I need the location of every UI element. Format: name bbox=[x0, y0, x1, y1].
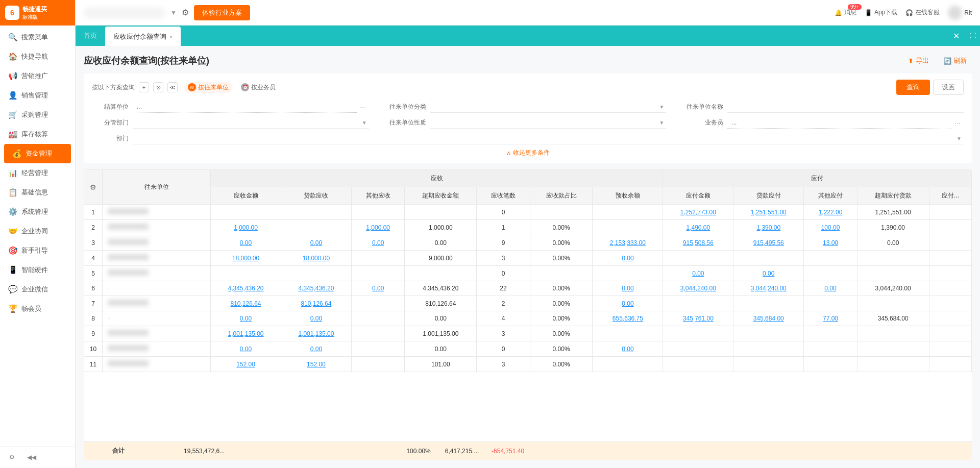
partner-name-input[interactable] bbox=[727, 101, 964, 113]
search-menu-icon: 🔍 bbox=[8, 33, 17, 42]
scheme-salesperson[interactable]: ⏰ 按业务员 bbox=[237, 82, 280, 93]
settlement-dots[interactable]: ··· bbox=[357, 103, 369, 111]
department-select[interactable] bbox=[133, 133, 964, 144]
th-partner: 往来单位 bbox=[103, 170, 211, 205]
sidebar-item-finance-label: 资金管理 bbox=[26, 149, 52, 158]
sidebar-item-finance[interactable]: 💰 资金管理 bbox=[4, 144, 71, 163]
basic-icon: 📋 bbox=[8, 188, 17, 197]
cell-receivable-ratio: 0.00% bbox=[530, 311, 593, 326]
scheme-partner[interactable]: W 按往来单位 bbox=[184, 82, 233, 93]
sidebar-item-quicknav[interactable]: 🏠 快捷导航 bbox=[0, 47, 75, 66]
guide-icon: 🎯 bbox=[8, 246, 17, 255]
settings-icon[interactable]: ⚙ bbox=[182, 8, 189, 17]
export-icon: ⬆ bbox=[908, 57, 914, 65]
th-other-receivable: 其他应收 bbox=[351, 187, 405, 205]
user-area[interactable]: Rit bbox=[948, 6, 972, 20]
filter-collapse-button[interactable]: ∧ 收起更多条件 bbox=[506, 149, 550, 157]
sidebar-item-purchase[interactable]: 🛒 采购管理 bbox=[0, 105, 75, 125]
cell-other-payable: 77.00 bbox=[804, 311, 857, 326]
sidebar-item-operation-label: 经营管理 bbox=[21, 168, 48, 178]
logo-badge: 标准版 bbox=[22, 14, 47, 21]
partner-nature-select[interactable] bbox=[430, 117, 667, 128]
sidebar-item-collab[interactable]: 🤝 企业协同 bbox=[0, 221, 75, 241]
filter-settlement-unit: 结算单位 ··· bbox=[92, 101, 369, 113]
filter-rows: 结算单位 ··· 往来单位分类 ▼ bbox=[92, 101, 964, 144]
service-icon: 🎧 bbox=[905, 9, 913, 16]
sidebar-item-hardware[interactable]: 📱 智能硬件 bbox=[0, 260, 75, 280]
sidebar-item-wechat[interactable]: 💬 企业微信 bbox=[0, 280, 75, 299]
sidebar-item-guide[interactable]: 🎯 新手引导 bbox=[0, 241, 75, 260]
cell-advance-balance: 0.00 bbox=[593, 296, 663, 311]
cell-other-receivable bbox=[351, 296, 405, 311]
sidebar-item-system[interactable]: ⚙️ 系统管理 bbox=[0, 202, 75, 221]
settlement-unit-input[interactable] bbox=[133, 101, 357, 113]
cell-overdue-receivable: 0.00 bbox=[405, 341, 477, 357]
partner-category-select[interactable] bbox=[430, 101, 667, 112]
tab-bar-close-btn[interactable]: ✕ bbox=[947, 31, 966, 41]
cell-other-receivable: 0.00 bbox=[351, 281, 405, 296]
search-dropdown-icon[interactable]: ▼ bbox=[170, 9, 177, 16]
filter-salesperson: 业务员 ··· bbox=[687, 117, 964, 129]
sidebar-collapse-button[interactable]: ◀◀ bbox=[23, 452, 40, 463]
tab-home[interactable]: 首页 bbox=[76, 26, 105, 46]
total-label: 合计 bbox=[107, 447, 179, 455]
cell-advance-balance: 0.00 bbox=[593, 251, 663, 266]
cell-receivable-ratio: 0.00% bbox=[530, 357, 593, 372]
sidebar-item-operation[interactable]: 📊 经营管理 bbox=[0, 163, 75, 183]
th-payable-amount: 应付金额 bbox=[663, 187, 733, 205]
refresh-button[interactable]: 🔄 刷新 bbox=[938, 54, 972, 67]
sidebar-item-basic[interactable]: 📋 基础信息 bbox=[0, 183, 75, 202]
cell-overdue-payable bbox=[857, 341, 929, 357]
salesperson-dots[interactable]: ··· bbox=[951, 119, 964, 127]
sidebar-item-search[interactable]: 🔍 搜索菜单 bbox=[0, 28, 75, 47]
tab-receivable[interactable]: 应收应付余额查询 × bbox=[105, 27, 181, 47]
filter-add-btn[interactable]: + bbox=[139, 82, 149, 92]
department-label: 部门 bbox=[92, 134, 133, 143]
sidebar-item-member[interactable]: 🏆 畅会员 bbox=[0, 299, 75, 318]
sidebar-settings-button[interactable]: ⚙ bbox=[5, 452, 19, 463]
tab-bar-expand-btn[interactable]: ⛶ bbox=[966, 32, 980, 39]
cell-partner bbox=[103, 220, 211, 235]
sidebar-item-inventory[interactable]: 🏭 库存核算 bbox=[0, 125, 75, 144]
filter-target-btn[interactable]: ⊙ bbox=[153, 82, 163, 92]
partner-category-label: 往来单位分类 bbox=[389, 103, 430, 111]
table-scroll[interactable]: ⚙ 往来单位 应收 应付 应收金额 贷款应收 其他应收 超期应收金额 bbox=[84, 169, 972, 441]
cell-partner bbox=[103, 205, 211, 220]
tab-close-icon[interactable]: × bbox=[169, 34, 173, 40]
th-receivable-ratio: 应收款占比 bbox=[530, 187, 593, 205]
settings-button[interactable]: 设置 bbox=[933, 80, 964, 95]
username: Rit bbox=[964, 9, 972, 16]
online-service-btn[interactable]: 🎧 在线客服 bbox=[905, 8, 940, 17]
cell-other-payable: 13.00 bbox=[804, 235, 857, 251]
table-row: 1 0 1,252,773.00 1,251,551.00 1,222.00 1… bbox=[84, 205, 972, 220]
sidebar-item-sales[interactable]: 👤 销售管理 bbox=[0, 86, 75, 105]
cell-index: 7 bbox=[84, 296, 103, 311]
filter-division: 分管部门 ▼ bbox=[92, 117, 369, 129]
th-gear[interactable]: ⚙ bbox=[84, 170, 103, 205]
export-button[interactable]: ⬆ 导出 bbox=[903, 54, 934, 67]
tab-home-label: 首页 bbox=[84, 31, 97, 40]
total-receivable-ratio: 100.00% bbox=[398, 448, 439, 455]
industry-btn[interactable]: 体验行业方案 bbox=[194, 5, 250, 20]
cell-loan-receivable bbox=[281, 220, 351, 235]
cell-index: 2 bbox=[84, 220, 103, 235]
query-button[interactable]: 查询 bbox=[896, 80, 930, 95]
sidebar-menu: 🔍 搜索菜单 🏠 快捷导航 📢 营销推广 👤 销售管理 🛒 采购管理 🏭 bbox=[0, 26, 75, 446]
cell-overdue-payable: 1,390.00 bbox=[857, 220, 929, 235]
table-settings-icon[interactable]: ⚙ bbox=[90, 183, 96, 191]
division-select[interactable] bbox=[133, 117, 369, 128]
cell-receivable-count: 9 bbox=[477, 235, 530, 251]
cell-payable-amount: 0.00 bbox=[663, 266, 733, 281]
filter-back-btn[interactable]: ≪ bbox=[167, 82, 178, 92]
cell-overdue-payable: 3,044,240.00 bbox=[857, 281, 929, 296]
notifications-btn[interactable]: 🔔 消息 99+ bbox=[835, 8, 856, 17]
filter-row-1: 结算单位 ··· 往来单位分类 ▼ bbox=[92, 101, 964, 113]
cell-overdue-receivable: 0.00 bbox=[405, 235, 477, 251]
app-icon: 📱 bbox=[865, 9, 872, 16]
salesperson-input[interactable] bbox=[727, 117, 951, 129]
sidebar: 6 畅捷通买 标准版 🔍 搜索菜单 🏠 快捷导航 📢 营销推广 👤 销售管理 bbox=[0, 0, 76, 468]
sidebar-item-marketing[interactable]: 📢 营销推广 bbox=[0, 66, 75, 86]
cell-loan-receivable: 0.00 bbox=[281, 311, 351, 326]
app-download-btn[interactable]: 📱 App下载 bbox=[865, 8, 897, 17]
sidebar-item-collab-label: 企业协同 bbox=[21, 227, 48, 236]
